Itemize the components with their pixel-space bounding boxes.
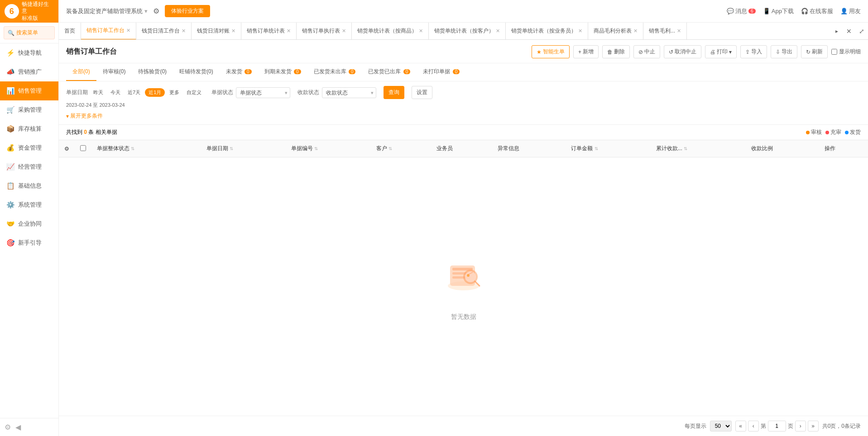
next-page-btn[interactable]: ›	[795, 421, 806, 431]
tab-close-all-btn[interactable]: ✕	[843, 23, 855, 40]
tab-sales-more[interactable]: 销售毛利... ✕	[643, 23, 687, 40]
message-btn[interactable]: 💬 消息 6	[727, 7, 756, 15]
sort-icon[interactable]: ⇅	[314, 146, 318, 151]
print-button[interactable]: 🖨 打印 ▾	[705, 45, 737, 58]
sub-tab-unshipped[interactable]: 未发货 0	[220, 63, 258, 81]
sidebar-item-basic-info[interactable]: 📋 基础信息	[0, 176, 58, 195]
date-btn-yesterday[interactable]: 昨天	[91, 88, 106, 97]
sub-tab-all[interactable]: 全部(0)	[66, 63, 96, 81]
sidebar-item-finance[interactable]: 💰 资金管理	[0, 138, 58, 157]
date-btn-1month[interactable]: 近1月	[145, 88, 165, 97]
blue-dot-icon	[845, 131, 849, 134]
tab-close-icon[interactable]: ✕	[342, 28, 346, 34]
online-service-btn[interactable]: 🎧 在线客服	[801, 7, 833, 15]
sub-tab-wangpu[interactable]: 旺铺待发货(0)	[173, 63, 220, 81]
tab-sales-customer[interactable]: 销货单统计表（按客户） ✕	[429, 23, 506, 40]
sidebar-item-system[interactable]: ⚙️ 系统管理	[0, 195, 58, 214]
sub-tab-pending-check[interactable]: 待拣验货(0)	[132, 63, 173, 81]
tab-close-icon[interactable]: ✕	[287, 28, 291, 34]
sub-tab-shipped-out[interactable]: 已发货已出库 0	[362, 63, 417, 81]
sidebar-settings-button[interactable]: ⚙	[5, 423, 11, 431]
tab-close-icon[interactable]: ✕	[419, 28, 423, 34]
red-dot-icon	[825, 131, 829, 134]
search-menu-button[interactable]: 🔍 搜索菜单	[4, 26, 55, 39]
show-detail-checkbox[interactable]	[831, 49, 837, 55]
tab-sales-stat[interactable]: 销售订单统计表 ✕	[241, 23, 297, 40]
query-button[interactable]: 查询	[384, 86, 404, 99]
date-btn-7days[interactable]: 近7天	[125, 88, 143, 97]
page-label: 第	[761, 422, 766, 430]
tab-bar-end: ▸ ✕ ⤢	[831, 23, 868, 40]
sales-product-tab-label: 销货单统计表（按商品）	[357, 27, 417, 35]
sidebar-item-inventory[interactable]: 📦 库存核算	[0, 119, 58, 138]
ship-quick-btn[interactable]: 发货	[845, 128, 861, 136]
stop-button[interactable]: ⊘ 中止	[633, 45, 660, 58]
sales-stat-tab-label: 销售订单统计表	[247, 27, 285, 35]
sort-icon[interactable]: ⇅	[595, 146, 598, 151]
add-button[interactable]: + 新增	[573, 45, 599, 58]
cancel-stop-button[interactable]: ↺ 取消中止	[664, 45, 701, 58]
tab-home[interactable]: 首页	[59, 23, 81, 40]
tab-close-icon[interactable]: ✕	[677, 28, 681, 34]
show-detail-toggle[interactable]: 显示明细	[831, 48, 861, 56]
sidebar-item-marketing[interactable]: 📣 营销推广	[0, 62, 58, 81]
sidebar-item-guide[interactable]: 🎯 新手引导	[0, 233, 58, 252]
cash-daily-tab-label: 钱货日清工作台	[142, 27, 180, 35]
settings-icon[interactable]: ⚙	[153, 7, 159, 15]
page-number-input[interactable]	[768, 421, 786, 431]
tab-sales-margin[interactable]: 商品毛利分析表 ✕	[588, 23, 643, 40]
sort-icon[interactable]: ⇅	[131, 146, 134, 151]
col-settings[interactable]: ⚙	[59, 140, 75, 157]
status-select[interactable]: 单据状态	[236, 87, 290, 98]
sub-tab-unprinted[interactable]: 未打印单据 0	[417, 63, 466, 81]
sub-tab-shipped-not-out[interactable]: 已发货未出库 0	[307, 63, 362, 81]
select-all-checkbox[interactable]	[80, 145, 86, 151]
delete-button[interactable]: 🗑 删除	[602, 45, 630, 58]
sidebar-collapse-button[interactable]: ◀	[15, 423, 21, 431]
date-btn-today[interactable]: 今天	[108, 88, 123, 97]
tab-close-icon[interactable]: ✕	[633, 28, 638, 34]
cancel-review-quick-btn[interactable]: 充审	[825, 128, 841, 136]
tab-sales-workbench[interactable]: 销售订单工作台 ✕	[81, 23, 136, 40]
payment-select[interactable]: 收款状态	[322, 87, 376, 98]
tab-close-icon[interactable]: ✕	[126, 28, 130, 33]
tab-sales-exec[interactable]: 销售订单执行表 ✕	[297, 23, 352, 40]
expand-filter-button[interactable]: ▾ 展开更多条件	[66, 112, 861, 120]
sort-icon[interactable]: ⇅	[388, 146, 392, 151]
smart-gen-button[interactable]: ★ 智能生单	[532, 45, 570, 58]
tab-cash-reconcile[interactable]: 钱货日清对账 ✕	[192, 23, 241, 40]
filter-settings-button[interactable]: 设置	[412, 86, 432, 99]
page-size-select[interactable]: 50	[710, 421, 732, 431]
tab-cash-daily[interactable]: 钱货日清工作台 ✕	[136, 23, 192, 40]
export-button[interactable]: ⇩ 导出	[771, 45, 797, 58]
tab-close-icon[interactable]: ✕	[231, 28, 235, 34]
tab-sales-staff[interactable]: 销货单统计表（按业务员） ✕	[506, 23, 588, 40]
tab-more-btn[interactable]: ▸	[831, 23, 843, 40]
prev-page-btn[interactable]: ‹	[748, 421, 759, 431]
app-download-btn[interactable]: 📱 App下载	[763, 7, 794, 15]
tab-close-icon[interactable]: ✕	[578, 28, 582, 34]
sidebar-item-purchase[interactable]: 🛒 采购管理	[0, 100, 58, 119]
sub-tab-overdue[interactable]: 到期未发货 0	[258, 63, 307, 81]
sidebar-item-quick-nav[interactable]: ⚡ 快捷导航	[0, 43, 58, 62]
date-btn-custom[interactable]: 自定义	[184, 88, 204, 97]
sort-icon[interactable]: ⇅	[230, 146, 233, 151]
count-value: 0	[84, 129, 87, 135]
user-btn[interactable]: 👤 用友	[840, 7, 861, 15]
sidebar-item-operations[interactable]: 📈 经营管理	[0, 157, 58, 176]
sidebar-item-sales[interactable]: 📊 销售管理	[0, 81, 58, 100]
tab-sales-product[interactable]: 销货单统计表（按商品） ✕	[352, 23, 429, 40]
first-page-btn[interactable]: «	[735, 421, 746, 431]
sub-tab-pending-review[interactable]: 待审核(0)	[96, 63, 132, 81]
last-page-btn[interactable]: »	[808, 421, 819, 431]
tab-close-icon[interactable]: ✕	[496, 28, 500, 34]
date-btn-more[interactable]: 更多	[167, 88, 182, 97]
sidebar-item-enterprise[interactable]: 🤝 企业协同	[0, 214, 58, 233]
refresh-button[interactable]: ↻ 刷新	[801, 45, 828, 58]
review-quick-btn[interactable]: 审核	[806, 128, 822, 136]
tab-expand-btn[interactable]: ⤢	[855, 23, 868, 40]
tab-close-icon[interactable]: ✕	[182, 28, 186, 34]
experience-btn[interactable]: 体验行业方案	[165, 5, 210, 17]
import-button[interactable]: ⇪ 导入	[740, 45, 767, 58]
sort-icon[interactable]: ⇅	[684, 146, 687, 151]
